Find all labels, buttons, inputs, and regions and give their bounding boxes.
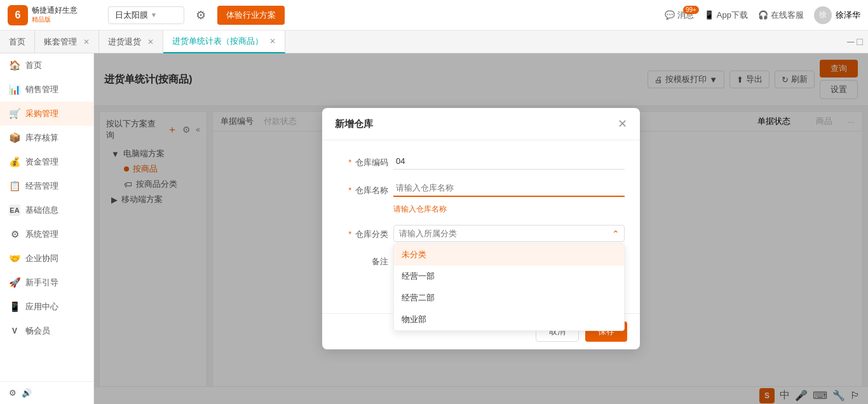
tabs-controls: ─ □ xyxy=(847,36,868,48)
purchase-stats-tab-label: 进货单统计表（按商品） xyxy=(172,36,263,47)
user-avatar-area[interactable]: 徐 徐泽华 xyxy=(814,6,860,24)
sidebar-item-vip[interactable]: V 畅会员 xyxy=(0,319,93,343)
name-error-message: 请输入仓库名称 xyxy=(393,204,625,215)
settings-icon[interactable]: ⚙ xyxy=(191,5,211,25)
guide-icon: 🚀 xyxy=(9,277,20,288)
top-header: 6 畅捷通好生意 精品版 日太阳膜 ▼ ⚙ 体验行业方案 💬 消息 99+ 📱 … xyxy=(0,0,868,30)
volume-icon: 🔊 xyxy=(22,388,32,398)
vip-icon: V xyxy=(9,325,20,337)
sidebar-item-purchase[interactable]: 🛒 采购管理 xyxy=(0,102,93,126)
sidebar-item-home[interactable]: 🏠 首页 xyxy=(0,53,93,77)
dropdown-item-dept2[interactable]: 经营二部 xyxy=(394,287,624,309)
finance-icon: 💰 xyxy=(9,156,20,168)
tab-home[interactable]: 首页 xyxy=(0,30,35,53)
sidebar-label-app-center: 应用中心 xyxy=(25,301,58,313)
modal-overlay: 新增仓库 ✕ * 仓库编码 xyxy=(94,53,868,404)
online-service-label: 在线客服 xyxy=(771,10,804,21)
sidebar-label-enterprise: 企业协同 xyxy=(25,253,58,264)
note-label: 备注 xyxy=(337,252,388,267)
sidebar-label-basic-info: 基础信息 xyxy=(25,205,58,216)
code-label: * 仓库编码 xyxy=(337,153,388,168)
tab-account[interactable]: 账套管理 ✕ xyxy=(35,30,99,53)
inventory-icon: 📦 xyxy=(9,132,20,144)
sidebar-bottom: ⚙ 🔊 xyxy=(0,381,93,404)
sidebar-label-guide: 新手引导 xyxy=(25,277,58,288)
app-download-label: App下载 xyxy=(717,10,748,21)
warehouse-category-row: * 仓库分类 ⌃ 未分类 经营一部 经营二部 物业部 xyxy=(337,225,625,242)
modal-title: 新增仓库 xyxy=(335,118,373,130)
purchase-return-tab-label: 进货退货 xyxy=(108,36,141,48)
logo-text: 畅捷通好生意 xyxy=(32,6,78,16)
category-select-wrapper: ⌃ 未分类 经营一部 经营二部 物业部 xyxy=(393,225,625,242)
headset-icon: 🎧 xyxy=(758,10,768,20)
sidebar-label-inventory: 库存核算 xyxy=(25,132,58,144)
sidebar-label-home: 首页 xyxy=(25,60,42,71)
sidebar-item-inventory[interactable]: 📦 库存核算 xyxy=(0,126,93,150)
sidebar-item-basic-info[interactable]: EA 基础信息 xyxy=(0,198,93,222)
dropdown-item-property[interactable]: 物业部 xyxy=(394,309,624,330)
avatar: 徐 xyxy=(814,6,832,24)
content-area: 进货单统计(按商品) 🖨 按模板打印 ▼ ⬆ 导出 ↻ 刷新 查询 设置 xyxy=(94,53,868,404)
sidebar-item-sales[interactable]: 📊 销售管理 xyxy=(0,77,93,102)
username-label: 徐泽华 xyxy=(836,10,860,21)
tabs-bar: 首页 账套管理 ✕ 进货退货 ✕ 进货单统计表（按商品） ✕ ─ □ xyxy=(0,30,868,53)
message-icon: 💬 xyxy=(665,10,675,20)
sidebar-label-purchase: 采购管理 xyxy=(25,108,58,119)
warehouse-code-row: * 仓库编码 xyxy=(337,153,625,170)
phone-icon: 📱 xyxy=(704,10,714,20)
header-right: 💬 消息 99+ 📱 App下载 🎧 在线客服 徐 徐泽华 xyxy=(665,6,860,24)
settings-bottom-icon: ⚙ xyxy=(9,388,17,398)
warehouse-code-input[interactable] xyxy=(393,153,625,170)
basic-info-icon: EA xyxy=(9,205,20,216)
message-item[interactable]: 💬 消息 99+ xyxy=(665,10,694,21)
chevron-up-icon[interactable]: ⌃ xyxy=(612,229,620,239)
sidebar-item-guide[interactable]: 🚀 新手引导 xyxy=(0,271,93,295)
app-center-icon: 📱 xyxy=(9,301,20,313)
sidebar-label-system: 系统管理 xyxy=(25,229,58,240)
category-label: * 仓库分类 xyxy=(337,225,388,240)
tab-close-icon[interactable]: ✕ xyxy=(83,37,90,46)
tab-purchase-return[interactable]: 进货退货 ✕ xyxy=(99,30,163,53)
app-download-item[interactable]: 📱 App下载 xyxy=(704,10,748,21)
sales-icon: 📊 xyxy=(9,84,20,95)
main-layout: 🏠 首页 📊 销售管理 🛒 采购管理 📦 库存核算 💰 资金管理 📋 经营管理 … xyxy=(0,53,868,404)
sidebar-item-enterprise[interactable]: 🤝 企业协同 xyxy=(0,246,93,271)
tab-minimize-icon[interactable]: ─ xyxy=(847,36,854,48)
logo-area: 6 畅捷通好生意 精品版 xyxy=(8,5,102,25)
modal-body: * 仓库编码 * 仓库名称 xyxy=(322,140,640,313)
logo-icon: 6 xyxy=(8,5,28,25)
category-dropdown: 未分类 经营一部 经营二部 物业部 xyxy=(393,243,625,331)
home-tab-label: 首页 xyxy=(9,36,25,48)
sidebar-label-vip: 畅会员 xyxy=(25,325,50,337)
sidebar-item-system[interactable]: ⚙ 系统管理 xyxy=(0,222,93,246)
trial-button[interactable]: 体验行业方案 xyxy=(217,6,285,25)
dropdown-item-dept1[interactable]: 经营一部 xyxy=(394,266,624,287)
operations-icon: 📋 xyxy=(9,180,20,192)
category-input[interactable] xyxy=(393,225,625,242)
name-label: * 仓库名称 xyxy=(337,181,388,196)
system-icon: ⚙ xyxy=(9,229,20,240)
sidebar-label-operations: 经营管理 xyxy=(25,180,58,192)
sidebar-item-operations[interactable]: 📋 经营管理 xyxy=(0,174,93,198)
modal-close-icon[interactable]: ✕ xyxy=(618,117,627,131)
store-name: 日太阳膜 xyxy=(115,10,148,21)
sidebar-item-app-center[interactable]: 📱 应用中心 xyxy=(0,295,93,319)
online-service-item[interactable]: 🎧 在线客服 xyxy=(758,10,804,21)
notification-badge: 99+ xyxy=(683,6,699,14)
dropdown-item-uncategorized[interactable]: 未分类 xyxy=(394,244,624,266)
new-warehouse-modal: 新增仓库 ✕ * 仓库编码 xyxy=(322,108,640,349)
tab-close-icon[interactable]: ✕ xyxy=(147,37,154,46)
store-selector[interactable]: 日太阳膜 ▼ xyxy=(108,6,184,24)
sidebar-settings-btn[interactable]: ⚙ 🔊 xyxy=(0,382,93,404)
modal-header: 新增仓库 ✕ xyxy=(322,108,640,140)
dropdown-arrow-icon: ▼ xyxy=(151,11,157,18)
home-icon: 🏠 xyxy=(9,60,20,71)
logo-badge: 精品版 xyxy=(32,15,78,24)
sidebar-item-finance[interactable]: 💰 资金管理 xyxy=(0,150,93,174)
sidebar-label-finance: 资金管理 xyxy=(25,156,58,168)
tab-maximize-icon[interactable]: □ xyxy=(857,36,863,48)
warehouse-name-input[interactable] xyxy=(393,180,625,197)
tab-purchase-stats[interactable]: 进货单统计表（按商品） ✕ xyxy=(163,30,285,53)
enterprise-icon: 🤝 xyxy=(9,253,20,264)
tab-close-icon[interactable]: ✕ xyxy=(269,37,276,46)
